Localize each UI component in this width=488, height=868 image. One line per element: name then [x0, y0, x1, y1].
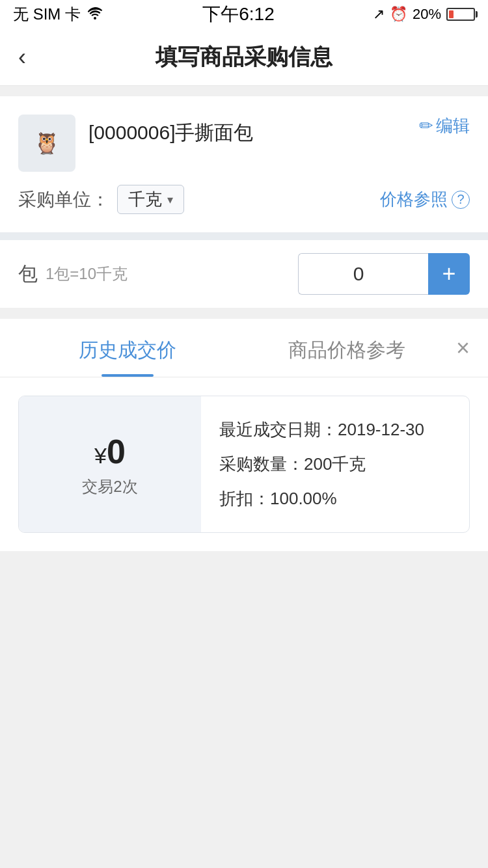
qty-left: 包 1包=10千克: [18, 261, 128, 288]
dropdown-arrow-icon: ▾: [167, 193, 173, 207]
qty-row: 采购数量：200千克: [219, 452, 451, 477]
history-card: ¥0 交易2次 最近成交日期：2019-12-30 采购数量：200千克 折扣：…: [18, 396, 470, 533]
qty-label: 采购数量：: [219, 454, 304, 474]
close-button[interactable]: ×: [456, 321, 470, 375]
latest-date-row: 最近成交日期：2019-12-30: [219, 417, 451, 442]
status-right: ↗ ⏰ 20%: [373, 6, 475, 23]
tab-history-label: 历史成交价: [79, 339, 176, 360]
battery-percent: 20%: [413, 6, 441, 23]
latest-date-value: 2019-12-30: [338, 420, 424, 439]
edit-icon: ✏: [419, 116, 433, 136]
nav-bar: ‹ 填写商品采购信息: [0, 29, 488, 86]
card-price-display: ¥0: [94, 432, 126, 471]
quantity-section: 包 1包=10千克 +: [0, 240, 488, 308]
qty-conversion: 1包=10千克: [46, 264, 128, 284]
tab-history-price[interactable]: 历史成交价: [18, 319, 237, 377]
increment-button[interactable]: +: [428, 253, 470, 295]
product-header: 🦉 [0000006]手撕面包 ✏ 编辑: [18, 115, 470, 172]
card-details: 最近成交日期：2019-12-30 采购数量：200千克 折扣：100.00%: [201, 396, 469, 532]
product-left: 🦉 [0000006]手撕面包: [18, 115, 253, 172]
carrier-label: 无 SIM 卡: [13, 4, 81, 25]
help-icon: ?: [452, 191, 470, 209]
card-price-area: ¥0 交易2次: [19, 396, 201, 532]
price-ref-label: 价格参照: [380, 188, 448, 211]
edit-label: 编辑: [436, 115, 470, 137]
quantity-control: +: [298, 253, 470, 295]
tab-price-ref-label: 商品价格参考: [288, 339, 405, 360]
history-content: ¥0 交易2次 最近成交日期：2019-12-30 采购数量：200千克 折扣：…: [0, 377, 488, 551]
alarm-icon: ⏰: [390, 6, 407, 23]
tabs-section: 历史成交价 商品价格参考 × ¥0 交易2次 最近成交日期：2019-12-30…: [0, 319, 488, 551]
quantity-input[interactable]: [298, 253, 428, 295]
status-bar: 无 SIM 卡 下午6:12 ↗ ⏰ 20%: [0, 0, 488, 29]
product-logo-icon: 🦉: [34, 131, 60, 156]
section-divider: [0, 232, 488, 240]
product-image: 🦉: [18, 115, 75, 172]
yuan-symbol: ¥: [94, 443, 107, 468]
unit-select[interactable]: 千克 ▾: [117, 185, 184, 214]
tabs-header: 历史成交价 商品价格参考 ×: [0, 319, 488, 377]
qty-value: 200千克: [304, 454, 366, 474]
bag-label: 包: [18, 261, 38, 288]
product-unit-row: 采购单位： 千克 ▾ 价格参照 ?: [18, 185, 470, 214]
back-button[interactable]: ‹: [18, 44, 26, 71]
tab-product-price-ref[interactable]: 商品价格参考: [237, 319, 455, 377]
unit-label: 采购单位：: [18, 187, 109, 212]
page-title: 填写商品采购信息: [156, 42, 332, 72]
unit-value: 千克: [128, 188, 162, 211]
time-label: 下午6:12: [202, 2, 275, 27]
discount-row: 折扣：100.00%: [219, 486, 451, 511]
location-icon: ↗: [373, 6, 385, 23]
price-ref-button[interactable]: 价格参照 ?: [380, 188, 470, 211]
product-section: 🦉 [0000006]手撕面包 ✏ 编辑 采购单位： 千克 ▾ 价格参照 ?: [0, 96, 488, 232]
discount-value: 100.00%: [270, 489, 337, 508]
discount-label: 折扣：: [219, 489, 270, 508]
card-trades: 交易2次: [82, 476, 137, 497]
plus-icon: +: [442, 260, 455, 288]
battery-icon: [446, 8, 475, 21]
edit-button[interactable]: ✏ 编辑: [419, 115, 470, 137]
price-value: 0: [107, 433, 126, 470]
product-name: [0000006]手撕面包: [88, 120, 253, 146]
latest-date-label: 最近成交日期：: [219, 420, 338, 439]
status-left: 无 SIM 卡: [13, 4, 104, 25]
wifi-icon: [86, 5, 104, 23]
